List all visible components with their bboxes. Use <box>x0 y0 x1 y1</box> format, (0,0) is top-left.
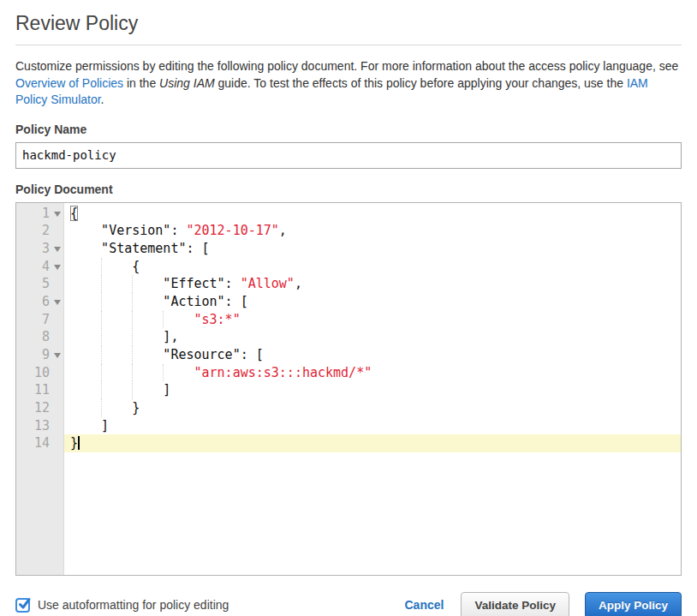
intro-part4: . <box>101 93 104 106</box>
footer-bar: Use autoformatting for policy editing Ca… <box>15 592 682 616</box>
code-line[interactable]: { <box>64 205 681 223</box>
code-line[interactable]: ] <box>64 417 681 435</box>
gutter-line-number: 6 <box>16 293 63 311</box>
indent-guide <box>163 311 164 329</box>
fold-arrow-icon[interactable] <box>54 300 61 305</box>
intro-text: Customize permissions by editing the fol… <box>15 58 680 109</box>
code-line[interactable]: ] <box>64 381 681 399</box>
indent-guide <box>132 275 133 293</box>
indent-guide <box>101 328 102 346</box>
code-token: ] <box>70 418 109 434</box>
code-line[interactable]: "Effect": "Allow", <box>64 275 681 293</box>
autoformat-option[interactable]: Use autoformatting for policy editing <box>15 598 229 613</box>
fold-arrow-icon[interactable] <box>54 247 61 252</box>
indent-guide <box>132 346 133 364</box>
gutter-line-number: 5 <box>16 275 63 293</box>
editor-gutter: 1234567891011121314 <box>16 203 64 575</box>
fold-arrow-icon[interactable] <box>54 212 61 217</box>
code-line[interactable]: "Resource": [ <box>64 346 681 364</box>
footer-actions: Cancel Validate Policy Apply Policy <box>405 592 682 616</box>
policy-document-label: Policy Document <box>15 182 682 196</box>
gutter-line-number: 12 <box>16 399 63 417</box>
code-token: { <box>70 206 78 221</box>
code-token: ], <box>70 329 178 344</box>
gutter-line-number: 9 <box>16 346 63 364</box>
gutter-line-number: 8 <box>16 328 63 346</box>
indent-guide <box>132 364 133 382</box>
editor-code-area[interactable]: { "Version": "2012-10-17", "Statement": … <box>64 203 681 575</box>
code-token: , <box>279 223 287 238</box>
intro-part3: guide. To test the effects of this polic… <box>218 76 623 90</box>
code-token: { <box>70 259 140 274</box>
code-token: "Resource": [ <box>70 347 264 362</box>
gutter-line-number: 10 <box>16 364 63 382</box>
gutter-line-number: 11 <box>16 381 63 399</box>
code-token: "Statement": [ <box>70 241 210 256</box>
fold-arrow-icon[interactable] <box>54 353 61 358</box>
code-token: ] <box>70 382 170 398</box>
policy-name-label: Policy Name <box>15 123 682 136</box>
indent-guide <box>101 346 102 364</box>
indent-guide <box>101 293 102 311</box>
code-line[interactable]: "Version": "2012-10-17", <box>64 222 681 240</box>
gutter-line-number: 4 <box>16 258 63 276</box>
indent-guide <box>101 399 102 417</box>
code-line[interactable]: ], <box>64 328 681 346</box>
validate-policy-button[interactable]: Validate Policy <box>461 592 569 616</box>
code-token: } <box>70 400 140 416</box>
page-title: Review Policy <box>15 12 682 45</box>
code-string-token: "2012-10-17" <box>186 223 278 238</box>
policy-name-input[interactable] <box>15 142 682 169</box>
gutter-line-number: 1 <box>16 205 63 223</box>
fold-arrow-icon[interactable] <box>54 265 61 270</box>
code-string-token: "arn:aws:s3:::hackmd/*" <box>194 365 372 380</box>
autoformat-checkbox[interactable] <box>15 598 30 613</box>
intro-part2: in the <box>127 76 156 90</box>
text-cursor <box>78 436 80 450</box>
code-line[interactable]: "arn:aws:s3:::hackmd/*" <box>64 364 681 382</box>
review-policy-page: Review Policy Customize permissions by e… <box>0 12 697 616</box>
gutter-line-number: 13 <box>16 417 63 435</box>
overview-of-policies-link[interactable]: Overview of Policies <box>15 76 123 90</box>
code-token: , <box>295 276 302 291</box>
code-line[interactable]: { <box>64 258 681 276</box>
code-line[interactable]: "s3:*" <box>64 311 681 329</box>
indent-guide <box>101 258 102 276</box>
gutter-line-number: 14 <box>16 434 63 452</box>
apply-policy-button[interactable]: Apply Policy <box>585 592 682 616</box>
policy-document-editor[interactable]: 1234567891011121314 { "Version": "2012-1… <box>15 202 682 576</box>
code-token: } <box>70 435 78 451</box>
indent-guide <box>132 293 133 311</box>
gutter-line-number: 2 <box>16 222 63 240</box>
gutter-line-number: 7 <box>16 311 63 329</box>
code-token: "Action": [ <box>70 294 248 309</box>
intro-part1: Customize permissions by editing the fol… <box>15 59 678 73</box>
indent-guide <box>132 328 133 346</box>
gutter-line-number: 3 <box>16 240 63 258</box>
code-string-token: "Allow" <box>241 276 295 291</box>
guide-name-text: Using IAM <box>159 76 215 90</box>
cancel-link[interactable]: Cancel <box>405 598 444 612</box>
code-line[interactable]: } <box>64 399 681 417</box>
indent-guide <box>101 275 102 293</box>
code-line[interactable]: } <box>64 434 681 452</box>
code-token: "Version": <box>70 223 186 238</box>
indent-guide <box>132 311 133 329</box>
indent-guide <box>132 381 133 399</box>
indent-guide <box>101 381 102 399</box>
checkmark-icon <box>17 597 32 612</box>
indent-guide <box>101 364 102 382</box>
code-line[interactable]: "Statement": [ <box>64 240 681 258</box>
code-line[interactable]: "Action": [ <box>64 293 681 311</box>
autoformat-label: Use autoformatting for policy editing <box>38 598 229 612</box>
indent-guide <box>101 311 102 329</box>
code-string-token: "s3:*" <box>194 312 241 327</box>
indent-guide <box>163 364 164 382</box>
code-token: "Effect": <box>70 276 241 291</box>
